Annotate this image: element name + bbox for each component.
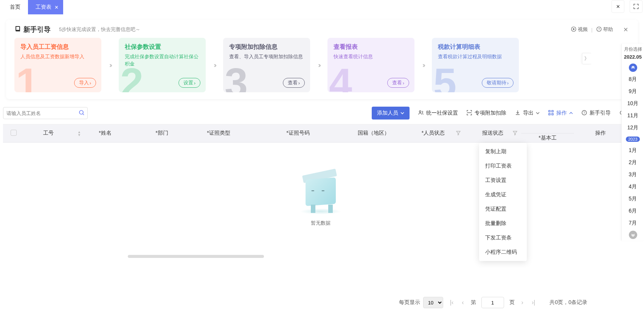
page-summary: 共0页，0条记录	[549, 299, 587, 306]
guide-link[interactable]: ? 新手引导	[581, 110, 611, 117]
chevron-down-icon	[536, 110, 540, 116]
social-settings-link[interactable]: 统一社保设置	[418, 110, 458, 117]
col-name[interactable]: ▲▼*姓名	[73, 124, 137, 143]
step-4-title: 查看报表	[334, 43, 408, 51]
chevron-double-icon: ››	[417, 38, 429, 92]
special-deduction-link[interactable]: 专项附加扣除	[466, 110, 506, 117]
add-person-button[interactable]: 添加人员	[372, 107, 410, 120]
chevron-down-icon	[400, 110, 404, 116]
page-last-icon[interactable]: ›|	[530, 299, 537, 306]
grid-icon	[548, 110, 554, 117]
tab-payroll[interactable]: 工资表 ✕	[28, 0, 63, 14]
month-item[interactable]: 5月	[629, 196, 637, 202]
page-input[interactable]	[481, 297, 504, 308]
step-card-4: 查看报表 快速查看统计信息 4 查看›	[327, 38, 414, 92]
tab-home[interactable]: 首页	[2, 0, 28, 14]
page-suffix: 页	[509, 299, 515, 306]
guide-panel: 新手引导 5步快速完成设置，快去完善信息吧～ 视频 | ? 帮助 ✕ 导入员工工…	[6, 20, 638, 99]
month-item[interactable]: 1月	[629, 147, 637, 154]
fullscreen-icon[interactable]	[630, 0, 642, 13]
chevron-right-icon: ›	[298, 80, 300, 86]
month-panel: 月份选择 2022.05 8月 9月 10月 11月 12月 2023 1月 2…	[621, 44, 644, 241]
chevron-up-icon	[569, 110, 573, 116]
guide-title: 新手引导	[23, 25, 51, 34]
ops-item[interactable]: 下发工资条	[479, 231, 527, 245]
pagesize-label: 每页显示	[399, 299, 420, 306]
step-4-button[interactable]: 查看›	[387, 78, 409, 88]
month-item[interactable]: 6月	[629, 208, 637, 214]
svg-point-4	[419, 110, 421, 112]
col-dept[interactable]: *部门	[137, 124, 186, 143]
sort-icon[interactable]: ▲▼	[78, 130, 81, 137]
chevron-double-icon: ››	[104, 38, 116, 92]
step-card-2: 社保参数设置 完成社保参数设置自动计算社保公积金 2 设置›	[119, 38, 206, 92]
chevron-right-icon: ›	[403, 80, 404, 86]
month-item[interactable]: 8月	[629, 76, 637, 83]
scroll-down-icon[interactable]	[629, 231, 637, 239]
ops-item[interactable]: 复制上期	[479, 144, 527, 159]
page-next-icon[interactable]: ›	[520, 299, 525, 306]
window-close-button[interactable]: ✕	[611, 0, 624, 13]
video-link[interactable]: 视频	[571, 26, 588, 33]
step-1-title: 导入员工工资信息	[20, 43, 95, 51]
step-2-button[interactable]: 设置›	[178, 78, 200, 88]
svg-rect-5	[549, 110, 550, 112]
svg-rect-6	[552, 110, 553, 112]
help-link[interactable]: ? 帮助	[596, 26, 613, 33]
step-5-title: 税款计算明细表	[438, 43, 513, 51]
step-1-button[interactable]: 导入›	[74, 78, 96, 88]
step-3-button[interactable]: 查看›	[283, 78, 305, 88]
filter-icon[interactable]	[456, 130, 461, 137]
chevron-double-icon: ››	[209, 38, 220, 92]
export-link[interactable]: 导出	[515, 110, 540, 117]
month-item[interactable]: 12月	[627, 124, 639, 131]
page-first-icon[interactable]: |‹	[448, 299, 455, 306]
month-item[interactable]: 11月	[627, 112, 639, 119]
scan-icon	[466, 110, 472, 117]
ops-item[interactable]: 工资设置	[479, 173, 527, 188]
month-item[interactable]: 7月	[629, 220, 637, 227]
step-3-title: 专项附加扣除信息	[229, 43, 304, 51]
svg-point-3	[79, 110, 83, 114]
help-icon: ?	[581, 110, 587, 117]
month-item[interactable]: 9月	[629, 88, 637, 95]
col-status[interactable]: *人员状态	[402, 124, 464, 143]
people-icon	[418, 110, 424, 117]
chevron-double-icon: ››	[313, 38, 324, 92]
col-nation[interactable]: 国籍（地区）	[345, 124, 402, 143]
svg-rect-7	[549, 113, 550, 115]
col-report[interactable]: 报送状态	[464, 124, 521, 143]
month-item[interactable]: 10月	[627, 100, 639, 107]
pagesize-select[interactable]: 10	[423, 297, 443, 308]
step-2-title: 社保参数设置	[125, 43, 200, 51]
guide-subtitle: 5步快速完成设置，快去完善信息吧～	[59, 26, 140, 33]
ops-item[interactable]: 凭证配置	[479, 202, 527, 216]
scroll-up-icon[interactable]	[629, 64, 637, 72]
chevron-right-icon: ›	[90, 80, 91, 86]
search-icon[interactable]	[79, 110, 85, 117]
month-item[interactable]: 2月	[629, 159, 637, 166]
month-panel-title: 月份选择	[624, 46, 642, 53]
ops-item[interactable]: 生成凭证	[479, 188, 527, 202]
month-item[interactable]: 3月	[629, 171, 637, 178]
filter-icon[interactable]	[513, 130, 517, 137]
month-item[interactable]: 4月	[629, 183, 637, 190]
collapse-right-handle[interactable]: 》	[582, 53, 591, 64]
ops-item[interactable]: 批量删除	[479, 216, 527, 231]
ops-item[interactable]: 小程序二维码	[479, 245, 527, 259]
col-basic[interactable]: *基本工	[521, 124, 574, 143]
guide-close-icon[interactable]: ✕	[621, 25, 630, 34]
ops-item[interactable]: 打印工资表	[479, 159, 527, 173]
page-prev-icon[interactable]: ‹	[460, 299, 465, 306]
svg-rect-8	[552, 113, 553, 115]
col-id[interactable]: 工号	[24, 124, 73, 143]
search-input[interactable]	[3, 107, 88, 119]
horizontal-scrollbar[interactable]	[128, 255, 264, 258]
col-idno[interactable]: *证照号码	[251, 124, 345, 143]
step-5-button[interactable]: 敬请期待›	[482, 78, 514, 88]
select-all-checkbox[interactable]	[11, 130, 17, 136]
ops-link[interactable]: 操作	[548, 110, 573, 117]
tab-payroll-label: 工资表	[36, 4, 51, 11]
close-icon[interactable]: ✕	[54, 5, 59, 10]
col-idtype[interactable]: *证照类型	[186, 124, 251, 143]
